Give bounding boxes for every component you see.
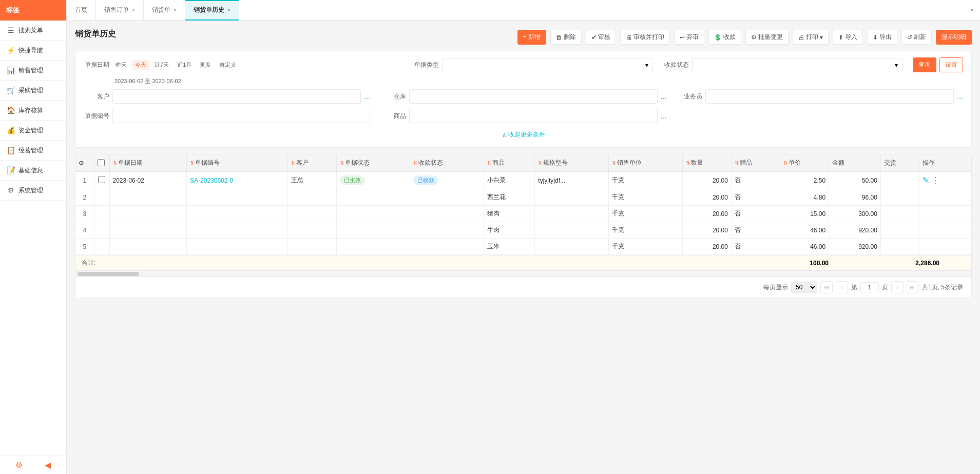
customer-input[interactable]	[112, 89, 361, 104]
row-checkbox[interactable]	[94, 172, 109, 189]
row-checkbox[interactable]	[94, 189, 109, 206]
prev-page-btn[interactable]: ‹	[836, 281, 848, 293]
row-operation	[919, 189, 971, 206]
audit-print-button[interactable]: 🖨 审核并打印	[620, 30, 670, 45]
edit-btn[interactable]: ✎	[923, 176, 929, 185]
product-select-btn[interactable]: ...	[661, 112, 667, 120]
row-amount: 920.00	[829, 239, 881, 255]
th-doc-no[interactable]: ⇅单据编号	[187, 154, 288, 172]
row-doc-no[interactable]	[187, 239, 288, 255]
import-button[interactable]: ⬆ 导入	[833, 30, 863, 45]
th-date[interactable]: ⇅单据日期	[109, 154, 187, 172]
date-btn-today[interactable]: 今天	[132, 60, 149, 70]
delete-button[interactable]: 🗑 删除	[550, 30, 582, 45]
row-doc-no[interactable]	[187, 189, 288, 206]
abandon-button[interactable]: ↩ 弃审	[674, 30, 704, 45]
product-input[interactable]	[409, 109, 658, 123]
row-doc-no[interactable]	[187, 222, 288, 239]
collect-icon: 💲	[714, 34, 722, 41]
sidebar-item-basic-info[interactable]: 📝 基础信息	[0, 161, 66, 181]
sidebar-item-label: 系统管理	[18, 186, 43, 195]
row-pay-status	[410, 239, 484, 255]
th-qty[interactable]: ⇅数量	[682, 154, 731, 172]
tab-close-sales-delivery[interactable]: ×	[174, 7, 177, 13]
row-doc-no[interactable]	[187, 206, 288, 222]
row-spec	[535, 239, 609, 255]
sidebar-collapse-icon[interactable]: ◀	[45, 460, 51, 470]
doc-no-input[interactable]	[112, 109, 370, 123]
tab-sales-delivery[interactable]: 销货单 ×	[144, 0, 185, 21]
scroll-bar[interactable]	[75, 270, 971, 276]
select-all-checkbox[interactable]	[98, 159, 105, 166]
sidebar-item-search-menu[interactable]: ☰ 搜索菜单	[0, 21, 66, 41]
salesman-select-btn[interactable]: ...	[957, 92, 963, 101]
collapse-filters-btn[interactable]: ∧ 收起更多条件	[500, 128, 547, 141]
row-doc-no[interactable]: SA-20230602-0	[187, 172, 288, 189]
search-menu-icon: ☰	[6, 26, 15, 35]
th-customer[interactable]: ⇅客户	[287, 154, 336, 172]
batch-change-button[interactable]: ⚙ 批量变更	[745, 30, 789, 45]
close-all-tabs[interactable]: ×	[964, 7, 980, 14]
sidebar-item-fund-mgmt[interactable]: 💰 资金管理	[0, 121, 66, 141]
table-row: 3 猪肉 千克 20.00 否 15.00 300.00	[75, 206, 971, 222]
row-qty: 20.00	[682, 189, 731, 206]
tab-close-sales-history[interactable]: ×	[227, 7, 230, 13]
first-page-btn[interactable]: ⏮	[820, 281, 833, 293]
th-doc-status[interactable]: ⇅单据状态	[336, 154, 410, 172]
scroll-thumb[interactable]	[78, 272, 139, 276]
th-gear[interactable]: ⚙	[75, 154, 94, 172]
per-page-select[interactable]: 50 20 100	[791, 282, 817, 293]
sidebar-item-ops-mgmt[interactable]: 📋 经营管理	[0, 141, 66, 161]
warehouse-input[interactable]	[409, 89, 658, 104]
more-btn[interactable]: ⋮	[931, 176, 939, 185]
gear-icon[interactable]: ⚙	[79, 160, 84, 167]
th-amount: 金额	[829, 154, 881, 172]
print-button[interactable]: 🖨 打印 ▾	[793, 30, 829, 45]
th-product[interactable]: ⇅商品	[484, 154, 535, 172]
sidebar-settings-icon[interactable]: ⚙	[15, 460, 23, 470]
sidebar-item-quick-nav[interactable]: ⚡ 快捷导航	[0, 41, 66, 61]
row-pay-status	[410, 222, 484, 239]
collect-button[interactable]: 💲 收款	[708, 30, 741, 45]
show-detail-button[interactable]: 显示明细	[936, 30, 972, 45]
row-checkbox[interactable]	[94, 222, 109, 239]
sidebar-item-inventory[interactable]: 🏠 库存核算	[0, 101, 66, 121]
tab-sales-history[interactable]: 销货单历史 ×	[185, 0, 239, 21]
row-transaction	[880, 206, 919, 222]
last-page-btn[interactable]: ⏭	[907, 281, 919, 293]
sidebar-item-sales-mgmt[interactable]: 📊 销售管理	[0, 61, 66, 81]
tab-home[interactable]: 首页	[67, 0, 96, 21]
new-button[interactable]: + 新增	[517, 30, 546, 45]
row-checkbox[interactable]	[94, 206, 109, 222]
date-btn-more[interactable]: 更多	[197, 60, 214, 70]
tab-sales-order[interactable]: 销售订单 ×	[96, 0, 144, 21]
date-btn-yesterday[interactable]: 昨天	[112, 60, 130, 70]
doc-type-select[interactable]: ▾	[442, 58, 653, 72]
salesman-input[interactable]	[705, 89, 954, 104]
th-gift[interactable]: ⇅赠品	[731, 154, 780, 172]
date-btn-custom[interactable]: 自定义	[216, 60, 239, 70]
next-page-btn[interactable]: ›	[891, 281, 904, 293]
sidebar-item-label: 经营管理	[18, 146, 43, 155]
refresh-button[interactable]: ↺ 刷新	[901, 30, 932, 45]
date-btn-1month[interactable]: 近1月	[174, 60, 195, 70]
th-unit[interactable]: ⇅销售单位	[609, 154, 683, 172]
audit-button[interactable]: ✔ 审核	[586, 30, 616, 45]
th-price[interactable]: ⇅单价	[780, 154, 829, 172]
settings-filter-button[interactable]: 设置	[939, 57, 963, 72]
row-transaction	[880, 239, 919, 255]
th-pay-status[interactable]: ⇅收款状态	[410, 154, 484, 172]
export-button[interactable]: ⬇ 导出	[867, 30, 897, 45]
sidebar-item-system-mgmt[interactable]: ⚙ 系统管理	[0, 181, 66, 201]
row-checkbox[interactable]	[94, 239, 109, 255]
payment-status-select[interactable]: ▾	[692, 58, 903, 72]
tab-close-sales-order[interactable]: ×	[132, 7, 135, 13]
date-btn-7days[interactable]: 近7天	[151, 60, 172, 70]
customer-select-btn[interactable]: ...	[364, 92, 370, 101]
query-button[interactable]: 查询	[913, 57, 936, 72]
sidebar-item-purchase-mgmt[interactable]: 🛒 采购管理	[0, 81, 66, 101]
warehouse-select-btn[interactable]: ...	[661, 92, 667, 101]
sort-icon: ⇅	[538, 160, 542, 166]
th-spec[interactable]: ⇅规格型号	[535, 154, 609, 172]
page-number-input[interactable]	[860, 282, 879, 292]
